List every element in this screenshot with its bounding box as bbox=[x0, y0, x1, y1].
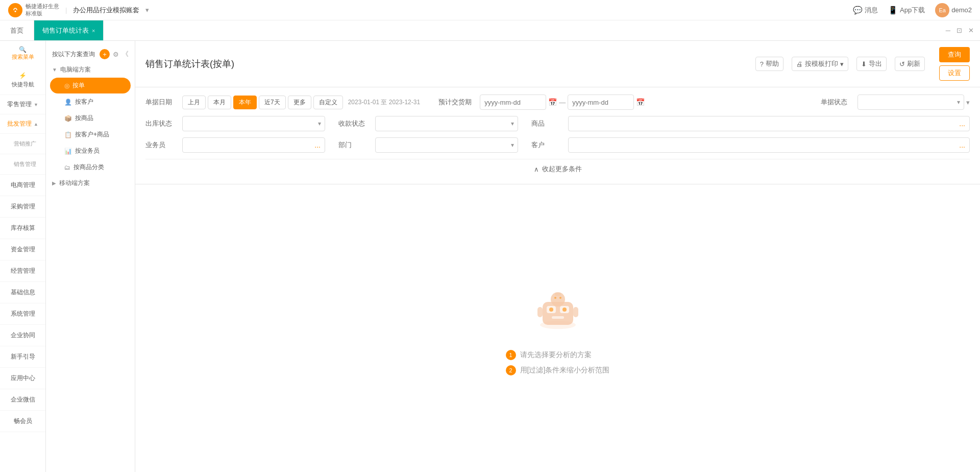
scheme-item-icon-cust-prod: 📋 bbox=[64, 131, 72, 138]
payment-status-label: 收款状态 bbox=[338, 119, 367, 128]
filter-area: 单据日期 上月 本月 本年 近7天 更多 自定义 2023-01-01 至 20… bbox=[135, 87, 980, 184]
sidebar-item-sales[interactable]: 销售管理 bbox=[0, 154, 45, 175]
tab-bar-right: ─ ⊡ ✕ bbox=[946, 20, 980, 40]
payment-status-select[interactable] bbox=[375, 116, 518, 131]
salesperson-label: 业务员 bbox=[145, 140, 174, 150]
delivery-date-start[interactable] bbox=[480, 95, 546, 110]
sidebar-item-newbie[interactable]: 新手引导 bbox=[0, 346, 45, 368]
sidebar-item-apps[interactable]: 应用中心 bbox=[0, 368, 45, 389]
customer-dots-btn[interactable]: ... bbox=[959, 141, 965, 149]
scheme-panel-header: 按以下方案查询 + ⚙ 《 bbox=[46, 46, 135, 62]
svg-point-13 bbox=[554, 297, 556, 299]
sidebar-item-ecommerce[interactable]: 电商管理 bbox=[0, 175, 45, 196]
page-actions: ? 帮助 🖨 按模板打印 ▾ ⬇ 导出 ↺ 刷新 bbox=[755, 47, 970, 81]
date-buttons-group: 上月 本月 本年 近7天 更多 自定义 2023-01-01 至 2023-12… bbox=[182, 96, 420, 109]
template-print-btn[interactable]: 🖨 按模板打印 ▾ bbox=[792, 57, 848, 71]
salesperson-dots-btn[interactable]: ... bbox=[314, 141, 321, 149]
logo-text: 畅捷通好生意 标准版 bbox=[26, 3, 59, 16]
sidebar-item-member[interactable]: 畅会员 bbox=[0, 411, 45, 432]
help-btn[interactable]: ? 帮助 bbox=[755, 57, 783, 71]
delivery-date-end[interactable] bbox=[568, 95, 634, 110]
sidebar-item-nav[interactable]: ⚡ 快捷导航 bbox=[0, 66, 45, 95]
scheme-item-by-order[interactable]: ◎ 按单 bbox=[50, 78, 131, 93]
app-title-dropdown-icon[interactable]: ▾ bbox=[145, 6, 149, 14]
svg-point-1 bbox=[15, 10, 16, 12]
top-header: 畅捷通好生意 标准版 | 办公用品行业模拟账套 ▾ 💬 消息 📱 App下载 E… bbox=[0, 0, 980, 20]
sidebar-item-enterprise[interactable]: 企业协同 bbox=[0, 325, 45, 346]
payment-status-group bbox=[375, 116, 518, 131]
calendar-icon-start[interactable]: 📅 bbox=[548, 98, 557, 106]
query-settings-group: 查询 设置 bbox=[939, 47, 970, 81]
scheme-category-mobile[interactable]: ▶ 移动端方案 bbox=[46, 176, 135, 191]
window-close-icon[interactable]: ✕ bbox=[968, 27, 974, 34]
expected-delivery-group: 📅 — 📅 bbox=[480, 95, 807, 110]
app-download-btn[interactable]: 📱 App下载 bbox=[888, 6, 925, 15]
print-dropdown-icon: ▾ bbox=[840, 60, 844, 68]
date-btn-more[interactable]: 更多 bbox=[288, 96, 311, 109]
date-btn-prev-month[interactable]: 上月 bbox=[182, 96, 206, 109]
bill-status-label: 单据状态 bbox=[821, 98, 849, 107]
scheme-item-icon-order: ◎ bbox=[64, 82, 69, 89]
department-select[interactable] bbox=[375, 137, 518, 153]
sidebar-item-wechat[interactable]: 企业微信 bbox=[0, 389, 45, 411]
export-btn[interactable]: ⬇ 导出 bbox=[856, 57, 887, 71]
user-menu[interactable]: Ea demo2 bbox=[935, 3, 972, 17]
tab-close-icon[interactable]: × bbox=[92, 28, 95, 34]
empty-hints: 1 请先选择要分析的方案 2 用[过滤]条件来缩小分析范围 bbox=[506, 350, 610, 381]
salesperson-input-group: ... bbox=[182, 137, 325, 153]
scheme-settings-icon[interactable]: ⚙ bbox=[113, 51, 119, 58]
date-btn-last7[interactable]: 近7天 bbox=[259, 96, 286, 109]
date-btn-this-year[interactable]: 本年 bbox=[233, 96, 257, 109]
product-input-group: ... bbox=[568, 116, 970, 131]
delivery-status-select[interactable] bbox=[182, 116, 325, 131]
sidebar-item-purchase[interactable]: 采购管理 bbox=[0, 196, 45, 218]
scheme-item-icon-salesperson: 📊 bbox=[64, 148, 72, 155]
message-btn[interactable]: 💬 消息 bbox=[853, 6, 878, 15]
scheme-category-desktop[interactable]: ▼ 电脑端方案 bbox=[46, 62, 135, 77]
filter-table-area: 销售订单统计表(按单) ? 帮助 🖨 按模板打印 ▾ ⬇ 导出 bbox=[135, 41, 980, 472]
date-range-text: 2023-01-01 至 2023-12-31 bbox=[348, 98, 420, 107]
refresh-btn[interactable]: ↺ 刷新 bbox=[895, 57, 925, 71]
query-btn[interactable]: 查询 bbox=[939, 47, 970, 62]
hint-num-2: 2 bbox=[506, 365, 516, 375]
date-btn-custom[interactable]: 自定义 bbox=[313, 96, 343, 109]
tab-home[interactable]: 首页 bbox=[0, 20, 34, 40]
sidebar-item-retail[interactable]: 零售管理 bbox=[0, 95, 45, 114]
collapse-btn[interactable]: ∧ 收起更多条件 bbox=[145, 159, 970, 179]
nav-icon: ⚡ bbox=[19, 72, 27, 79]
hint-num-1: 1 bbox=[506, 350, 516, 360]
maximize-icon[interactable]: ⊡ bbox=[957, 27, 962, 34]
product-dots-btn[interactable]: ... bbox=[959, 120, 965, 128]
calendar-icon-end[interactable]: 📅 bbox=[636, 98, 645, 106]
sidebar-item-operations[interactable]: 经营管理 bbox=[0, 261, 45, 282]
sidebar-item-marketing[interactable]: 营销推广 bbox=[0, 134, 45, 154]
sidebar-item-system[interactable]: 系统管理 bbox=[0, 303, 45, 325]
date-btn-this-month[interactable]: 本月 bbox=[208, 96, 231, 109]
filter-row-3: 业务员 ... 部门 客户 ... bbox=[145, 137, 970, 153]
settings-btn[interactable]: 设置 bbox=[939, 65, 970, 81]
page-title-bar: 销售订单统计表(按单) ? 帮助 🖨 按模板打印 ▾ ⬇ 导出 bbox=[135, 41, 980, 87]
scheme-item-icon-customer: 👤 bbox=[64, 99, 72, 106]
scheme-item-by-cust-prod[interactable]: 📋 按客户+商品 bbox=[50, 127, 131, 143]
scheme-item-by-salesperson[interactable]: 📊 按业务员 bbox=[50, 143, 131, 159]
filter-row-1: 单据日期 上月 本月 本年 近7天 更多 自定义 2023-01-01 至 20… bbox=[145, 95, 970, 110]
sidebar-search[interactable]: 🔍 搜索菜单 bbox=[0, 41, 45, 66]
main-layout: 🔍 搜索菜单 ⚡ 快捷导航 零售管理 批发管理 营销推广 销售管理 电商管理 采… bbox=[0, 41, 980, 472]
sidebar-item-inventory[interactable]: 库存核算 bbox=[0, 218, 45, 239]
tab-sales-order-stats[interactable]: 销售订单统计表 × bbox=[34, 20, 104, 40]
sidebar-item-finance[interactable]: 资金管理 bbox=[0, 239, 45, 261]
expected-delivery-label: 预计交货期 bbox=[438, 98, 472, 107]
scheme-item-by-product[interactable]: 📦 按商品 bbox=[50, 110, 131, 126]
scheme-collapse-icon[interactable]: 《 bbox=[122, 50, 129, 59]
svg-rect-12 bbox=[555, 293, 561, 296]
minimize-icon[interactable]: ─ bbox=[946, 27, 950, 34]
bill-status-select[interactable] bbox=[857, 95, 964, 110]
scheme-item-by-category[interactable]: 🗂 按商品分类 bbox=[50, 159, 131, 175]
scheme-item-by-customer[interactable]: 👤 按客户 bbox=[50, 94, 131, 110]
page-title: 销售订单统计表(按单) bbox=[145, 58, 234, 70]
scheme-add-btn[interactable]: + bbox=[100, 49, 110, 59]
print-icon: 🖨 bbox=[796, 60, 803, 68]
divider: | bbox=[65, 6, 67, 14]
sidebar-item-wholesale[interactable]: 批发管理 bbox=[0, 114, 45, 134]
sidebar-item-basic[interactable]: 基础信息 bbox=[0, 282, 45, 303]
